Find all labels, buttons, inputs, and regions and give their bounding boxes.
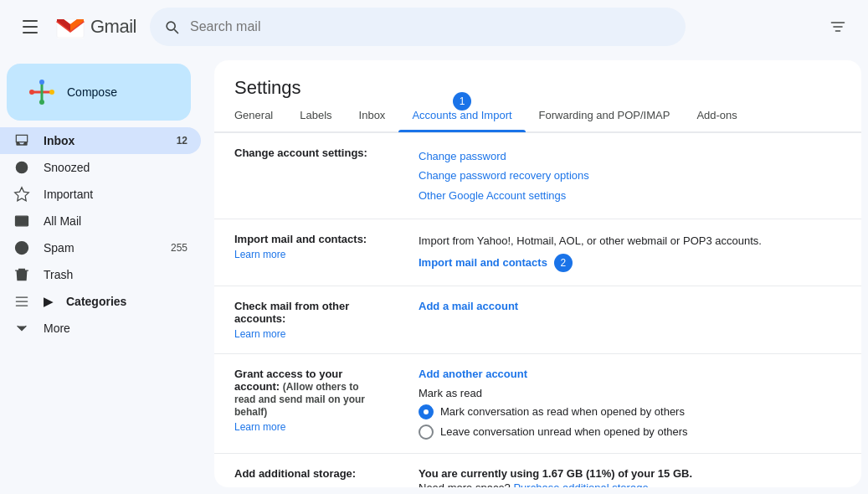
all-mail-label: All Mail [44, 214, 187, 228]
tab-forwarding-label: Forwarding and POP/IMAP [539, 109, 670, 121]
tab-labels[interactable]: Labels [286, 99, 345, 131]
tab-addons-label: Add-ons [696, 109, 737, 121]
svg-point-9 [39, 100, 44, 105]
header: Gmail [0, 0, 868, 54]
change-password-link[interactable]: Change password [419, 147, 841, 166]
settings-row-grant-access: Grant access to your account: (Allow oth… [214, 353, 861, 453]
filter-button[interactable] [821, 10, 855, 44]
settings-row-check-mail: Check mail from other accounts: Learn mo… [214, 286, 861, 353]
add-storage-label: Add additional storage: [234, 467, 356, 480]
radio-mark-read-circle [419, 404, 434, 419]
tab-accounts-badge: 1 [453, 92, 471, 111]
important-icon [13, 186, 30, 203]
hamburger-icon [23, 20, 38, 33]
purchase-storage-link[interactable]: Purchase additional storage [513, 481, 648, 487]
check-mail-label: Check mail from other accounts: [234, 300, 349, 325]
import-mail-contacts-link[interactable]: Import mail and contacts [419, 256, 547, 269]
svg-point-8 [39, 80, 44, 85]
tab-accounts-import-label: Accounts and Import [412, 109, 511, 121]
hamburger-menu-button[interactable] [13, 10, 47, 44]
gmail-logo-icon [54, 10, 87, 44]
spam-icon [13, 239, 30, 256]
change-account-label-cell: Change account settings: [214, 133, 398, 219]
sidebar-item-important[interactable]: Important [0, 181, 201, 208]
add-mail-account-link[interactable]: Add a mail account [419, 300, 518, 312]
tab-labels-label: Labels [300, 109, 331, 121]
mark-as-read-label: Mark as read [419, 387, 841, 399]
search-bar [150, 8, 686, 46]
grant-access-label-cell: Grant access to your account: (Allow oth… [214, 353, 398, 453]
tab-general-label: General [234, 109, 273, 121]
radio-group: Mark conversation as read when opened by… [419, 404, 841, 440]
settings-title: Settings [214, 60, 861, 99]
svg-point-7 [49, 90, 54, 95]
mark-as-read-section: Mark as read Mark conversation as read w… [419, 387, 841, 440]
add-another-account-link[interactable]: Add another account [419, 368, 527, 380]
app-name: Gmail [90, 16, 136, 38]
tab-forwarding[interactable]: Forwarding and POP/IMAP [526, 99, 684, 131]
radio-mark-read-label: Mark conversation as read when opened by… [440, 405, 685, 418]
inbox-label: Inbox [44, 134, 163, 147]
check-mail-content: Add a mail account [398, 286, 861, 353]
search-icon [163, 18, 180, 35]
tab-inbox[interactable]: Inbox [346, 99, 399, 131]
settings-tabs: General Labels Inbox 1 Accounts and Impo… [214, 99, 861, 132]
import-mail-learn-more-link[interactable]: Learn more [234, 249, 378, 260]
tab-accounts-import[interactable]: 1 Accounts and Import [398, 99, 525, 131]
all-mail-icon [13, 213, 30, 229]
inbox-icon [13, 132, 30, 149]
sidebar-item-inbox[interactable]: Inbox 12 [0, 127, 201, 154]
tab-inbox-label: Inbox [359, 109, 386, 121]
trash-label: Trash [44, 268, 187, 281]
sidebar-item-all-mail[interactable]: All Mail [0, 208, 201, 234]
tab-addons[interactable]: Add-ons [683, 99, 750, 131]
categories-label: Categories [66, 295, 126, 308]
search-input[interactable] [190, 19, 672, 34]
trash-icon [13, 266, 30, 283]
radio-leave-unread-circle [419, 425, 434, 440]
change-account-label: Change account settings: [234, 147, 367, 159]
compose-button[interactable]: Compose [7, 64, 191, 121]
check-mail-label-cell: Check mail from other accounts: Learn mo… [214, 286, 398, 353]
sidebar-item-spam[interactable]: Spam 255 [0, 234, 201, 261]
storage-text: You are currently using 1.67 GB (11%) of… [419, 467, 841, 480]
radio-leave-unread-label: Leave conversation unread when opened by… [440, 425, 688, 438]
grant-access-learn-more-link[interactable]: Learn more [234, 421, 378, 433]
other-google-account-link[interactable]: Other Google Account settings [419, 186, 841, 205]
sidebar: Compose Inbox 12 Snoozed [0, 54, 214, 494]
import-mail-content: Import from Yahoo!, Hotmail, AOL, or oth… [398, 219, 861, 286]
more-label: More [44, 322, 70, 335]
sidebar-item-categories[interactable]: ▶ Categories [0, 288, 201, 315]
settings-table: Change account settings: Change password… [214, 132, 861, 487]
logo-area: Gmail [54, 10, 136, 44]
grant-access-content: Add another account Mark as read Mark co… [398, 353, 861, 453]
sidebar-item-more[interactable]: More [0, 315, 201, 342]
categories-icon [13, 293, 30, 310]
tab-general[interactable]: General [221, 99, 286, 131]
compose-plus-icon [27, 77, 57, 107]
categories-expand-icon: ▶ [44, 295, 53, 308]
settings-row-change-account: Change account settings: Change password… [214, 133, 861, 219]
spam-label: Spam [44, 241, 157, 255]
svg-point-6 [29, 90, 34, 95]
add-storage-content: You are currently using 1.67 GB (11%) of… [398, 453, 861, 487]
import-badge: 2 [554, 254, 573, 272]
main-layout: Compose Inbox 12 Snoozed [0, 54, 868, 494]
check-mail-learn-more-link[interactable]: Learn more [234, 328, 378, 340]
change-account-content: Change password Change password recovery… [398, 133, 861, 219]
radio-option-mark-read[interactable]: Mark conversation as read when opened by… [419, 404, 841, 419]
storage-subtext: Need more space? Purchase additional sto… [419, 481, 841, 487]
inbox-count: 12 [177, 135, 187, 147]
sidebar-item-trash[interactable]: Trash [0, 261, 201, 288]
content-area: Settings General Labels Inbox 1 Accounts… [214, 60, 861, 487]
change-password-recovery-link[interactable]: Change password recovery options [419, 166, 841, 185]
compose-label: Compose [67, 85, 117, 99]
important-label: Important [44, 188, 187, 201]
settings-row-import-mail: Import mail and contacts: Learn more Imp… [214, 219, 861, 286]
add-storage-label-cell: Add additional storage: [214, 453, 398, 487]
spam-count: 255 [171, 242, 187, 254]
tab-wrapper-accounts: 1 Accounts and Import [398, 99, 525, 131]
radio-option-leave-unread[interactable]: Leave conversation unread when opened by… [419, 425, 841, 440]
app-container: Gmail [0, 0, 868, 494]
sidebar-item-snoozed[interactable]: Snoozed [0, 154, 201, 181]
